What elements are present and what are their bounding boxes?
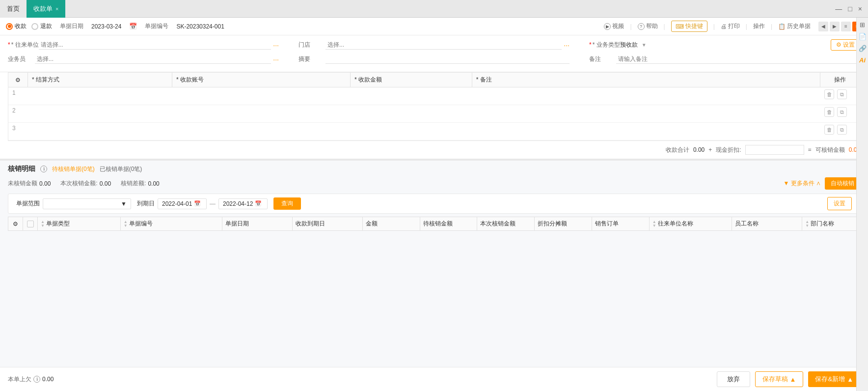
- staff-more-btn[interactable]: ···: [273, 56, 279, 63]
- print-btn[interactable]: 🖨 打印: [721, 22, 740, 30]
- save-draft-btn[interactable]: 保存草稿 ▲: [755, 371, 804, 387]
- main-content: 收款 退款 单据日期 2023-03-24 📅 单据编号 SK-20230324…: [0, 18, 868, 391]
- bt-order-label: 销售订单: [595, 220, 619, 228]
- partner-input[interactable]: [39, 40, 271, 50]
- writeoff-header: 核销明细 ℹ 待核销单据(0笔) 已核销单据(0笔): [0, 161, 868, 177]
- save-new-label: 保存&新增: [815, 375, 845, 384]
- diff-label: 核销差额:: [121, 179, 146, 188]
- bt-col-check-header[interactable]: [23, 217, 38, 230]
- row2-method[interactable]: [28, 105, 172, 122]
- bt-amount-label: 金额: [366, 220, 378, 228]
- row2-amount[interactable]: [351, 105, 472, 122]
- writeoff-info-icon[interactable]: ℹ: [40, 166, 47, 172]
- list-layout-icon[interactable]: ≡: [841, 22, 851, 31]
- radio-receive-dot: [6, 23, 13, 30]
- radio-receive[interactable]: 收款: [6, 22, 27, 30]
- form-settings-btn[interactable]: ⚙ 设置: [831, 39, 860, 51]
- partner-more-btn[interactable]: ···: [273, 41, 279, 49]
- row1-account[interactable]: [172, 87, 351, 105]
- abandon-btn[interactable]: 放弃: [717, 371, 750, 387]
- row2-delete-btn[interactable]: 🗑: [824, 107, 834, 117]
- calendar-to-icon[interactable]: 📅: [255, 200, 262, 207]
- maximize-icon[interactable]: □: [846, 5, 854, 13]
- row3-account[interactable]: [172, 123, 351, 140]
- date-to-input[interactable]: 2022-04-12 📅: [218, 198, 268, 209]
- close-icon[interactable]: ×: [856, 5, 864, 13]
- query-btn[interactable]: 查询: [273, 197, 301, 210]
- bt-col-discount-header: 折扣分摊额: [535, 217, 592, 230]
- bottom-table-header: ⚙ ▲▼ 单据类型 ▲▼ 单据编号 单据日期 收款到期日: [8, 217, 860, 231]
- remark-input[interactable]: [616, 55, 860, 64]
- row1-op-btns: 🗑 ⧉: [824, 89, 856, 99]
- row2-account[interactable]: [172, 105, 351, 122]
- video-btn[interactable]: ▶ 视频: [604, 22, 624, 30]
- shop-input[interactable]: [326, 40, 562, 50]
- col-settings-header[interactable]: ⚙: [8, 73, 28, 87]
- history-label: 历史单据: [787, 22, 811, 30]
- staff-label: 业务员: [8, 55, 35, 63]
- pending-tab[interactable]: 待核销单据(0笔): [52, 165, 95, 173]
- operation-btn[interactable]: 操作: [753, 22, 765, 30]
- range-select[interactable]: ▼: [43, 198, 131, 209]
- tab-home[interactable]: 首页: [0, 0, 27, 18]
- sidebar-ai-icon[interactable]: Ai: [858, 55, 868, 65]
- sidebar-link-icon[interactable]: 🔗: [858, 43, 868, 53]
- row3-amount[interactable]: [351, 123, 472, 140]
- number-label: 单据编号: [145, 22, 168, 30]
- bt-dept-label: 部门名称: [811, 220, 834, 228]
- filter-row: 单据范围 ▼ 到期日 2022-04-01 📅 — 2022-04-12 📅 查: [8, 194, 860, 214]
- bt-type-label: 单据类型: [46, 220, 70, 228]
- staff-input[interactable]: [35, 55, 271, 64]
- calendar-from-icon[interactable]: 📅: [194, 200, 201, 207]
- row3-method[interactable]: [28, 123, 172, 140]
- date-separator: —: [210, 200, 216, 207]
- row1-amount[interactable]: [351, 87, 472, 105]
- row1-delete-btn[interactable]: 🗑: [824, 89, 834, 99]
- shortcut-btn[interactable]: ⌨ 快捷键: [671, 21, 707, 32]
- date-from-input[interactable]: 2022-04-01 📅: [158, 198, 207, 209]
- row1-remark[interactable]: [472, 87, 820, 105]
- history-btn[interactable]: 📋 历史单据: [778, 22, 811, 30]
- minimize-icon[interactable]: —: [833, 5, 844, 13]
- bottom-info-icon[interactable]: ℹ: [33, 376, 40, 383]
- more-filter-btn[interactable]: ▼ 更多条件 ∧: [783, 179, 821, 188]
- radio-refund[interactable]: 退款: [31, 22, 52, 30]
- sidebar-doc-icon[interactable]: 📄: [858, 31, 868, 41]
- done-tab[interactable]: 已核销单据(0笔): [100, 165, 142, 173]
- help-btn[interactable]: ? 帮助: [638, 22, 658, 30]
- row3-op: 🗑 ⧉: [820, 123, 860, 140]
- tab-close-btn[interactable]: ×: [55, 6, 58, 12]
- bt-settings-icon: ⚙: [13, 221, 18, 227]
- save-new-btn[interactable]: 保存&新增 ▲: [808, 371, 860, 387]
- auto-writeoff-btn[interactable]: 自动核销: [825, 177, 860, 190]
- business-type-value[interactable]: 预收款 ▼: [620, 41, 831, 49]
- form-row-2: 业务员 ··· 摘要 备注: [8, 55, 860, 64]
- bt-partner-label: 往来单位名称: [658, 220, 693, 228]
- calendar-icon[interactable]: 📅: [129, 23, 137, 30]
- shop-more-btn[interactable]: ···: [564, 41, 570, 49]
- row3-copy-btn[interactable]: ⧉: [837, 125, 847, 135]
- select-all-checkbox[interactable]: [27, 221, 34, 227]
- tab-receipt[interactable]: 收款单 ×: [27, 0, 65, 18]
- row3-num: 3: [8, 123, 28, 140]
- bt-col-type-header: ▲▼ 单据类型: [38, 217, 121, 230]
- summary-input[interactable]: [326, 55, 570, 64]
- row2-copy-btn[interactable]: ⧉: [837, 107, 847, 117]
- row2-remark[interactable]: [472, 105, 820, 122]
- discount-input[interactable]: [745, 145, 804, 155]
- row1-copy-btn[interactable]: ⧉: [837, 89, 847, 99]
- row1-method[interactable]: [28, 87, 172, 105]
- prev-layout-icon[interactable]: ◀: [818, 22, 828, 31]
- shop-field: 门店 ···: [298, 40, 570, 50]
- next-layout-icon[interactable]: ▶: [830, 22, 840, 31]
- summary-label: 摘要: [298, 55, 326, 63]
- filter-settings-btn[interactable]: 设置: [827, 197, 852, 210]
- bt-col-settings-header[interactable]: ⚙: [8, 217, 23, 230]
- sidebar-table-icon[interactable]: ⊞: [858, 20, 868, 29]
- writeoff-actions: ▼ 更多条件 ∧ 自动核销: [783, 177, 860, 190]
- row3-delete-btn[interactable]: 🗑: [824, 125, 834, 135]
- business-type-label: ** 业务类型: [589, 41, 620, 49]
- row3-remark[interactable]: [472, 123, 820, 140]
- bottom-table: ⚙ ▲▼ 单据类型 ▲▼ 单据编号 单据日期 收款到期日: [8, 217, 860, 367]
- save-draft-label: 保存草稿: [762, 375, 788, 384]
